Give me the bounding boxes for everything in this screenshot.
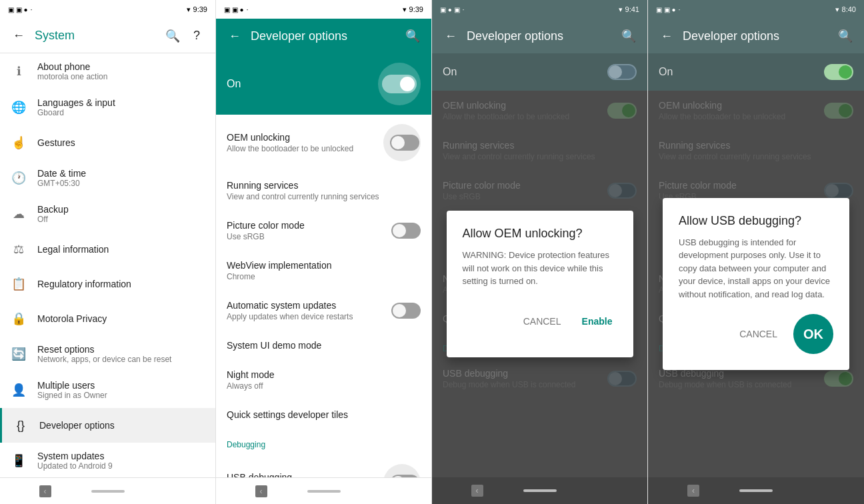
auto-updates-toggle[interactable] (391, 303, 421, 319)
on-toggle-4[interactable] (824, 64, 853, 80)
picture-color-row[interactable]: Picture color mode Use sRGB (216, 211, 431, 251)
back-icon-2[interactable]: ← (227, 28, 243, 44)
about-icon: ℹ (11, 63, 27, 79)
sidebar-item-system-updates[interactable]: 📱 System updates Updated to Android 9 (0, 443, 215, 477)
oem-dialog-title: Allow OEM unlocking? (463, 227, 617, 241)
status-bar-2: ▣ ▣ ● · ▾ 9:39 (216, 0, 431, 19)
sidebar-list: ℹ About phone motorola one action 🌐 Lang… (0, 53, 215, 477)
on-toggle-row-4[interactable]: On (648, 53, 864, 91)
panel4-content: OEM unlocking Allow the bootloader to be… (648, 91, 864, 477)
nav-back-2[interactable]: ‹ (255, 485, 267, 497)
sidebar-item-moto-privacy[interactable]: 🔒 Motorola Privacy (0, 301, 215, 336)
running-services-sub: View and control currently running servi… (227, 192, 421, 201)
status-left-3: ▣ ● ▣ · (440, 5, 465, 13)
app-bar-2: ← Developer options 🔍 (216, 19, 431, 53)
legal-icon: ⚖ (11, 241, 27, 257)
users-icon: 👤 (11, 382, 27, 398)
developer-icon: {} (13, 417, 29, 433)
usb-dialog-body: USB debugging is intended for developmen… (679, 236, 833, 301)
app-bar-4: ← Developer options 🔍 (648, 19, 864, 53)
status-left-2: ▣ ▣ ● · (224, 5, 249, 13)
sidebar-item-regulatory[interactable]: 📋 Regulatory information (0, 267, 215, 301)
notification-icons-2: ▣ ▣ ● (224, 6, 244, 13)
about-sub: motorola one action (37, 72, 107, 81)
nav-home-1[interactable] (91, 490, 125, 493)
gestures-label: Gestures (37, 137, 75, 148)
status-dot-2: · (247, 5, 249, 13)
picture-color-toggle[interactable] (391, 223, 421, 239)
back-icon-1[interactable]: ← (11, 28, 27, 44)
time-2: 9:39 (409, 5, 423, 13)
sidebar-item-reset[interactable]: 🔄 Reset options Network, apps, or device… (0, 336, 215, 372)
sidebar-item-backup[interactable]: ☁ Backup Off (0, 196, 215, 232)
back-icon-4[interactable]: ← (659, 28, 675, 44)
on-toggle-row[interactable]: On (216, 53, 431, 115)
app-bar-title-4: Developer options (683, 29, 829, 43)
usb-dialog-panel: ▣ ▣ ● · ▾ 8:40 ← Developer options 🔍 On … (648, 0, 864, 504)
nav-home-3[interactable] (523, 489, 557, 492)
backup-icon: ☁ (11, 206, 27, 222)
oem-cancel-button[interactable]: Cancel (513, 301, 572, 341)
quick-settings-row[interactable]: Quick settings developer tiles (216, 400, 431, 429)
app-bar-title-3: Developer options (467, 29, 613, 43)
nav-home-2[interactable] (307, 490, 341, 493)
datetime-icon: 🕐 (11, 170, 27, 186)
usb-dialog: Allow USB debugging? USB debugging is in… (663, 198, 849, 371)
nav-home-4[interactable] (739, 489, 773, 492)
sidebar-item-gestures[interactable]: ☝ Gestures (0, 125, 215, 160)
usb-dialog-overlay: Allow USB debugging? USB debugging is in… (648, 91, 864, 477)
moto-privacy-icon: 🔒 (11, 311, 27, 327)
night-mode-row[interactable]: Night mode Always off (216, 360, 431, 400)
sidebar-item-developer[interactable]: {} Developer options (0, 408, 215, 443)
oem-dialog-body: WARNING: Device protection features will… (463, 249, 617, 288)
notification-icons-4: ▣ ▣ ● (656, 6, 676, 13)
on-toggle-3[interactable] (607, 64, 637, 80)
wifi-icon-3: ▾ (619, 5, 623, 14)
back-icon-3[interactable]: ← (443, 28, 459, 44)
app-bar-3: ← Developer options 🔍 (432, 19, 647, 53)
on-toggle[interactable] (382, 75, 417, 93)
nav-bar-2: ‹ (216, 477, 431, 504)
system-updates-sub: Updated to Android 9 (37, 461, 113, 471)
usb-debugging-toggle[interactable] (390, 475, 419, 477)
oem-unlocking-row[interactable]: OEM unlocking Allow the bootloader to be… (216, 115, 431, 171)
oem-toggle[interactable] (390, 135, 419, 151)
time-4: 8:40 (842, 5, 856, 13)
oem-enable-button[interactable]: Enable (577, 301, 617, 341)
search-icon-2[interactable]: 🔍 (405, 28, 421, 44)
usb-cancel-button[interactable]: Cancel (729, 314, 788, 354)
search-icon-4[interactable]: 🔍 (837, 28, 853, 44)
notification-icons-3: ▣ ● ▣ (440, 6, 460, 13)
auto-updates-label: Automatic system updates (227, 300, 386, 311)
panel3-content: OEM unlocking Allow the bootloader to be… (432, 91, 647, 477)
usb-debugging-row[interactable]: USB debugging Debug mode when USB is con… (216, 455, 431, 477)
help-icon-1[interactable]: ? (189, 28, 205, 44)
sidebar-item-legal[interactable]: ⚖ Legal information (0, 232, 215, 267)
regulatory-label: Regulatory information (37, 279, 131, 289)
nav-bar-4: ‹ (648, 477, 864, 504)
demo-mode-row[interactable]: System UI demo mode (216, 331, 431, 360)
sidebar-item-about[interactable]: ℹ About phone motorola one action (0, 53, 215, 89)
app-bar-title-1: System (35, 29, 157, 43)
running-services-row[interactable]: Running services View and control curren… (216, 171, 431, 211)
sidebar-item-languages[interactable]: 🌐 Languages & input Gboard (0, 89, 215, 125)
nav-back-1[interactable]: ‹ (39, 485, 51, 497)
oem-dialog-buttons: Cancel Enable (463, 301, 617, 341)
search-icon-3[interactable]: 🔍 (621, 28, 637, 44)
dev-settings-list: OEM unlocking Allow the bootloader to be… (216, 115, 431, 477)
usb-debugging-label: USB debugging (227, 472, 383, 477)
usb-ok-button[interactable]: OK (793, 314, 833, 354)
webview-row[interactable]: WebView implementation Chrome (216, 251, 431, 291)
sidebar-item-users[interactable]: 👤 Multiple users Signed in as Owner (0, 372, 215, 408)
status-bar-4: ▣ ▣ ● · ▾ 8:40 (648, 0, 864, 19)
search-icon-1[interactable]: 🔍 (165, 28, 181, 44)
gestures-icon: ☝ (11, 135, 27, 151)
nav-back-3[interactable]: ‹ (471, 485, 483, 497)
languages-icon: 🌐 (11, 99, 27, 115)
sidebar-item-datetime[interactable]: 🕐 Date & time GMT+05:30 (0, 160, 215, 196)
on-toggle-row-3[interactable]: On (432, 53, 647, 91)
nav-back-4[interactable]: ‹ (687, 485, 699, 497)
usb-dialog-title: Allow USB debugging? (679, 214, 833, 228)
auto-updates-row[interactable]: Automatic system updates Apply updates w… (216, 291, 431, 331)
regulatory-icon: 📋 (11, 276, 27, 292)
